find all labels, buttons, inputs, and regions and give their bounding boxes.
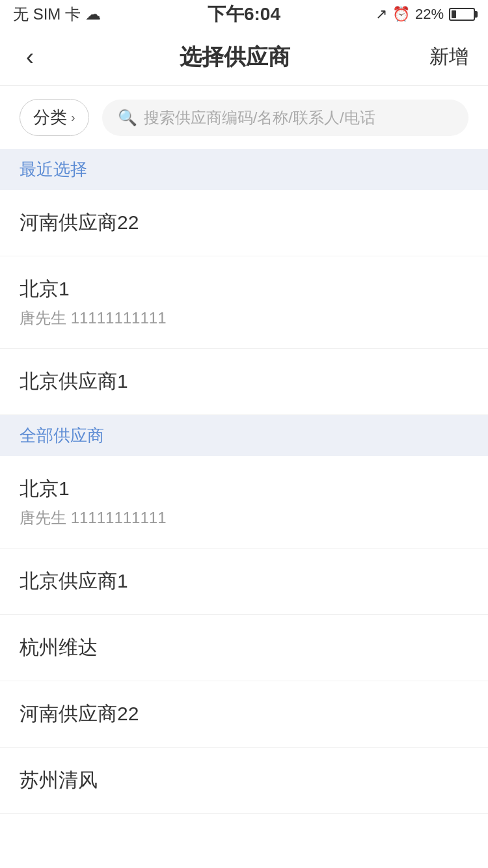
item-name: 苏州清风 (20, 767, 468, 794)
page-title: 选择供应商 (180, 42, 290, 72)
battery-percent: 22% (415, 6, 444, 23)
recent-list: 河南供应商22 北京1 唐先生 11111111111 北京供应商1 (0, 190, 488, 415)
status-bar-left: 无 SIM 卡 ☁ (13, 4, 101, 25)
search-box[interactable]: 🔍 搜索供应商编码/名称/联系人/电话 (102, 100, 468, 136)
category-filter[interactable]: 分类 › (20, 99, 89, 136)
nav-bar: ‹ 选择供应商 新增 (0, 29, 488, 86)
chevron-right-icon: › (71, 110, 75, 125)
list-item[interactable]: 北京1 唐先生 11111111111 (0, 456, 488, 549)
battery-icon (449, 8, 475, 21)
list-item[interactable]: 河南供应商22 (0, 681, 488, 748)
recent-section-header: 最近选择 (0, 149, 488, 190)
item-name: 杭州维达 (20, 634, 468, 661)
item-name: 河南供应商22 (20, 210, 468, 236)
category-label: 分类 (33, 106, 67, 129)
sim-status: 无 SIM 卡 ☁ (13, 4, 101, 25)
all-list: 北京1 唐先生 11111111111 北京供应商1 杭州维达 河南供应商22 … (0, 456, 488, 814)
list-item[interactable]: 北京供应商1 (0, 549, 488, 615)
all-section-header: 全部供应商 (0, 415, 488, 456)
item-name: 北京供应商1 (20, 568, 468, 595)
add-button[interactable]: 新增 (429, 44, 468, 70)
status-bar: 无 SIM 卡 ☁ 下午6:04 ↗ ⏰ 22% (0, 0, 488, 29)
filter-bar: 分类 › 🔍 搜索供应商编码/名称/联系人/电话 (0, 86, 488, 149)
alarm-icon: ⏰ (392, 6, 410, 23)
item-detail: 唐先生 11111111111 (20, 308, 468, 329)
item-name: 河南供应商22 (20, 701, 468, 727)
item-name: 北京供应商1 (20, 368, 468, 395)
list-item[interactable]: 杭州维达 (0, 615, 488, 681)
list-item[interactable]: 北京1 唐先生 11111111111 (0, 256, 488, 349)
status-bar-time: 下午6:04 (208, 2, 280, 27)
status-bar-right: ↗ ⏰ 22% (375, 6, 475, 23)
list-item[interactable]: 河南供应商22 (0, 190, 488, 256)
list-item[interactable]: 北京供应商1 (0, 349, 488, 415)
back-button[interactable]: ‹ (20, 37, 40, 77)
search-icon: 🔍 (118, 109, 137, 127)
search-placeholder: 搜索供应商编码/名称/联系人/电话 (144, 107, 375, 128)
location-icon: ↗ (375, 6, 387, 23)
item-name: 北京1 (20, 476, 468, 502)
item-detail: 唐先生 11111111111 (20, 508, 468, 528)
item-name: 北京1 (20, 276, 468, 303)
list-item[interactable]: 苏州清风 (0, 748, 488, 814)
